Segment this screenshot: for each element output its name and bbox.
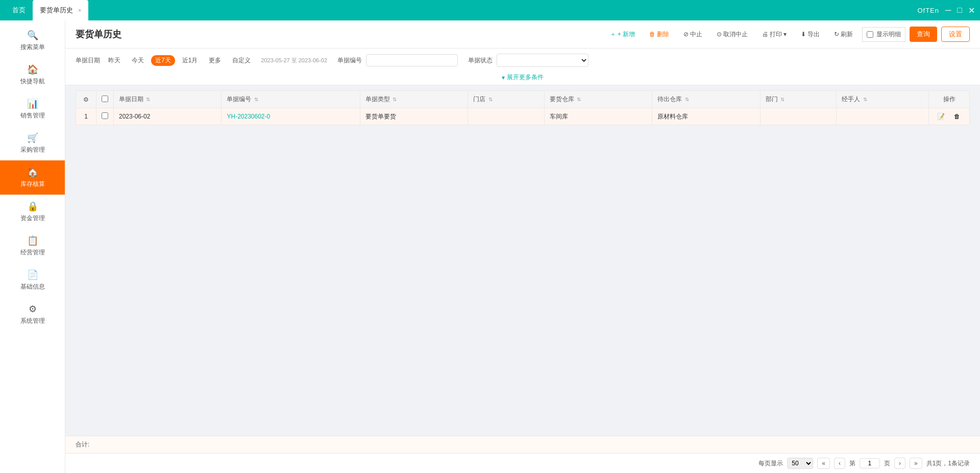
next-page-btn[interactable]: › [894,458,905,469]
row-edit-icon: 📝 [937,113,945,120]
row-delete-btn[interactable]: 🗑 [951,112,963,121]
col-checkbox[interactable] [96,91,114,108]
expand-label: 展开更多条件 [507,73,544,82]
status-filter: 单据状态 [468,54,589,67]
sidebar-item-system[interactable]: ⚙ 系统管理 [0,297,65,332]
col-req-warehouse[interactable]: 要货仓库 ⇅ [544,91,652,108]
expand-filter-btn[interactable]: ▾ 展开更多条件 [502,73,544,82]
date-btn-custom[interactable]: 自定义 [228,55,255,66]
row-department [760,108,837,125]
expand-icon: ▾ [502,74,505,81]
doc-no-label: 单据编号 [337,56,362,65]
sidebar-item-purchase[interactable]: 🛒 采购管理 [0,126,65,160]
date-btn-1month[interactable]: 近1月 [178,55,202,66]
table-head: ⚙ 单据日期 ⇅ 单据编号 ⇅ [76,91,970,108]
window-controls: OfTEn ─ □ ✕ [917,6,975,15]
tab-home[interactable]: 首页 [5,0,33,20]
row-edit-btn[interactable]: 📝 [934,112,948,121]
tab-requisition-label: 要货单历史 [40,6,73,15]
print-dropdown-icon: ▾ [783,31,787,38]
tab-requisition-history[interactable]: 要货单历史 × [33,0,88,20]
row-doc-type: 要货单要货 [360,108,468,125]
col-doc-date[interactable]: 单据日期 ⇅ [114,91,222,108]
col-doc-type[interactable]: 单据类型 ⇅ [360,91,468,108]
date-btn-more[interactable]: 更多 [205,55,225,66]
query-button[interactable]: 查询 [910,27,937,42]
page-number-input[interactable] [860,458,880,468]
page-header: 要货单历史 ＋ + 新增 🗑 删除 ⊘ 中止 ⊙ 取消中止 [65,20,980,49]
print-button[interactable]: 🖨 打印 ▾ [757,28,792,41]
quick-nav-icon: 🏠 [27,64,38,75]
date-btn-today[interactable]: 今天 [128,55,148,66]
refresh-button[interactable]: ↻ 刷新 [829,28,858,41]
sidebar-item-sales[interactable]: 📊 销售管理 [0,92,65,126]
cancel-stop-icon: ⊙ [717,31,722,38]
stop-icon: ⊘ [683,31,689,38]
sidebar-label-purchase: 采购管理 [20,146,45,154]
display-detail-checkbox[interactable] [867,31,873,38]
sidebar-item-operations[interactable]: 📋 经营管理 [0,229,65,263]
date-btn-yesterday[interactable]: 昨天 [104,55,125,66]
content-area: 要货单历史 ＋ + 新增 🗑 删除 ⊘ 中止 ⊙ 取消中止 [65,20,980,473]
first-page-btn[interactable]: « [817,458,830,469]
sidebar-label-system: 系统管理 [20,317,45,325]
doc-no-filter: 单据编号 [337,54,458,66]
row-doc-no[interactable]: YH-20230602-0 [222,108,360,125]
sidebar-label-quick-nav: 快捷导航 [20,77,45,86]
cancel-stop-button[interactable]: ⊙ 取消中止 [712,28,753,41]
system-icon: ⚙ [29,303,37,315]
row-pending-warehouse: 原材料仓库 [652,108,760,125]
close-btn[interactable]: ✕ [968,6,975,15]
print-icon: 🖨 [762,31,768,38]
setting-button[interactable]: 设置 [941,27,970,42]
doc-no-link[interactable]: YH-20230602-0 [227,113,270,120]
export-button[interactable]: ⬇ 导出 [796,28,825,41]
maximize-btn[interactable]: □ [957,6,962,15]
select-all-checkbox[interactable] [102,96,108,102]
col-doc-no[interactable]: 单据编号 ⇅ [222,91,360,108]
doc-no-input[interactable] [366,54,458,66]
row-store [468,108,545,125]
row-checkbox[interactable] [96,108,114,125]
row-select-checkbox[interactable] [102,112,108,119]
minimize-btn[interactable]: ─ [945,6,951,15]
sidebar-label-basic-info: 基础信息 [20,282,45,291]
row-index: 1 [76,108,96,125]
stop-button[interactable]: ⊘ 中止 [678,28,707,41]
sum-label: 合计: [76,440,89,449]
sidebar-item-basic-info[interactable]: 📄 基础信息 [0,263,65,297]
date-range-text: 2023-05-27 至 2023-06-02 [261,57,327,64]
last-page-btn[interactable]: » [910,458,922,469]
sidebar-label-sales: 销售管理 [20,111,45,120]
sidebar-item-search-menu[interactable]: 🔍 搜索菜单 [0,23,65,58]
status-select[interactable] [497,54,589,67]
tab-close-icon[interactable]: × [78,7,81,13]
operations-icon: 📋 [27,235,38,246]
new-button[interactable]: ＋ + 新增 [605,28,640,41]
display-detail-button[interactable]: 显示明细 [862,27,905,42]
date-label: 单据日期 [76,56,100,65]
col-pending-warehouse[interactable]: 待出仓库 ⇅ [652,91,760,108]
sidebar-item-quick-nav[interactable]: 🏠 快捷导航 [0,58,65,92]
prev-page-btn[interactable]: ‹ [834,458,845,469]
page-label: 第 [849,459,855,468]
sidebar: 🔍 搜索菜单 🏠 快捷导航 📊 销售管理 🛒 采购管理 🏠 库存核算 🔒 资金管… [0,20,65,473]
search-menu-icon: 🔍 [27,30,38,41]
sidebar-label-inventory: 库存核算 [20,180,45,188]
delete-button[interactable]: 🗑 删除 [644,28,674,41]
sidebar-item-inventory[interactable]: 🏠 库存核算 [0,160,65,195]
date-btn-7days[interactable]: 近7天 [151,55,175,66]
col-department[interactable]: 部门 ⇅ [760,91,837,108]
date-btns: 昨天 今天 近7天 近1月 更多 自定义 [104,55,255,66]
page-title: 要货单历史 [76,28,121,40]
col-actions: 操作 [929,91,970,108]
next-page-icon: › [899,460,901,467]
col-handler[interactable]: 经手人 ⇅ [837,91,929,108]
page-size-select[interactable]: 20 50 100 [787,458,813,469]
sidebar-item-finance[interactable]: 🔒 资金管理 [0,195,65,229]
row-delete-icon: 🗑 [954,113,960,120]
sort-department-icon: ⇅ [780,97,785,102]
sort-doc-date-icon: ⇅ [146,97,150,102]
col-settings[interactable]: ⚙ [76,91,96,108]
col-store[interactable]: 门店 ⇅ [468,91,545,108]
